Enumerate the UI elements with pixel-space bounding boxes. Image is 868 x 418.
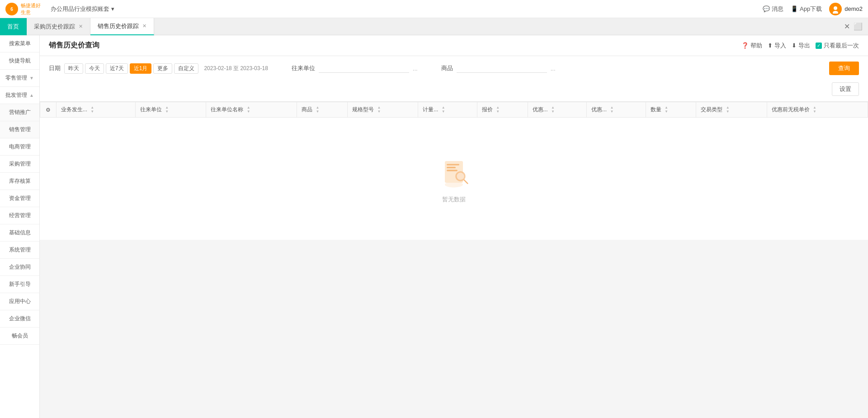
sort-arrows-quote: ▲▼ bbox=[496, 106, 500, 114]
message-icon: 💬 bbox=[763, 5, 770, 12]
sort-arrows-pre-tax: ▲▼ bbox=[813, 106, 816, 114]
only-last-checkbox[interactable]: ✓ 只看最后一次 bbox=[816, 42, 859, 50]
empty-text: 暂无数据 bbox=[442, 195, 466, 204]
sidebar-item-ecommerce[interactable]: 电商管理 bbox=[0, 138, 39, 156]
date-buttons: 昨天 今天 近7天 近1月 更多 自定义 bbox=[64, 63, 198, 74]
quicknav-label: 快捷导航 bbox=[9, 57, 31, 65]
apps-label: 应用中心 bbox=[9, 298, 31, 305]
sidebar-item-basic[interactable]: 基础信息 bbox=[0, 224, 39, 242]
sales-tab-label: 销售历史价跟踪 bbox=[98, 22, 139, 30]
main-layout: 搜索菜单 快捷导航 零售管理 ▼ 批发管理 ▲ 营销推广 销售管理 电商管理 采… bbox=[0, 35, 868, 418]
sort-arrows-discount1: ▲▼ bbox=[551, 106, 555, 114]
message-button[interactable]: 💬 消息 bbox=[763, 5, 783, 13]
sort-arrows-spec: ▲▼ bbox=[377, 106, 381, 114]
purchase-tab-close[interactable]: ✕ bbox=[79, 24, 83, 29]
tab-bar: 首页 采购历史价跟踪 ✕ 销售历史价跟踪 ✕ ✕ ⬜ bbox=[0, 18, 868, 35]
help-button[interactable]: ❓ 帮助 bbox=[741, 42, 762, 50]
table-header-settings[interactable]: ⚙ bbox=[40, 102, 57, 118]
sidebar-item-wechat[interactable]: 企业微信 bbox=[0, 310, 39, 328]
marketing-label: 营销推广 bbox=[9, 109, 31, 116]
dropdown-icon: ▾ bbox=[111, 5, 114, 12]
date-btn-last1m[interactable]: 近1月 bbox=[130, 63, 152, 74]
sort-arrows-partner: ▲▼ bbox=[165, 106, 169, 114]
query-button[interactable]: 查询 bbox=[829, 62, 859, 75]
data-table: ⚙ 业务发生... ▲▼ 往来单位 ▲▼ 往来单位名称 ▲▼ bbox=[40, 102, 868, 118]
table-header-quote[interactable]: 报价 ▲▼ bbox=[477, 102, 528, 118]
table-header-qty[interactable]: 数量 ▲▼ bbox=[646, 102, 696, 118]
maximize-button[interactable]: ⬜ bbox=[854, 22, 863, 31]
partner-filter: 往来单位 ... bbox=[292, 64, 418, 73]
tab-sales[interactable]: 销售历史价跟踪 ✕ bbox=[90, 18, 154, 35]
sidebar-item-operations[interactable]: 经营管理 bbox=[0, 207, 39, 224]
date-btn-today[interactable]: 今天 bbox=[85, 63, 104, 74]
app-download-button[interactable]: 📱 App下载 bbox=[791, 5, 822, 13]
table-header-pre-tax[interactable]: 优惠前无税单价 ▲▼ bbox=[767, 102, 868, 118]
table-header-discount2[interactable]: 优惠... ▲▼ bbox=[587, 102, 646, 118]
tab-home[interactable]: 首页 bbox=[0, 18, 27, 35]
sidebar-item-retail[interactable]: 零售管理 ▼ bbox=[0, 70, 39, 87]
sidebar-item-apps[interactable]: 应用中心 bbox=[0, 293, 39, 310]
avatar bbox=[829, 3, 842, 15]
sidebar-item-marketing[interactable]: 营销推广 bbox=[0, 104, 39, 121]
sidebar-item-member[interactable]: 畅会员 bbox=[0, 328, 39, 345]
goods-input[interactable] bbox=[457, 64, 547, 73]
table-header-trade-type[interactable]: 交易类型 ▲▼ bbox=[696, 102, 767, 118]
inventory-label: 库存核算 bbox=[9, 177, 31, 185]
import-icon: ⬆ bbox=[768, 42, 773, 49]
date-range-text: 2023-02-18 至 2023-03-18 bbox=[204, 65, 268, 72]
table-header-unit[interactable]: 计量... ▲▼ bbox=[418, 102, 477, 118]
sidebar-item-purchase[interactable]: 采购管理 bbox=[0, 156, 39, 173]
member-label: 畅会员 bbox=[12, 332, 28, 340]
app-name: 办公用品行业模拟账套 bbox=[51, 5, 109, 13]
svg-point-2 bbox=[834, 6, 837, 10]
date-btn-more[interactable]: 更多 bbox=[153, 63, 172, 74]
phone-icon: 📱 bbox=[791, 5, 798, 12]
sidebar-item-finance[interactable]: 资金管理 bbox=[0, 190, 39, 207]
sidebar-item-quicknav[interactable]: 快捷导航 bbox=[0, 52, 39, 70]
top-bar-left: 6 畅捷通好生意 办公用品行业模拟账套 ▾ bbox=[5, 2, 118, 15]
goods-dots[interactable]: ... bbox=[551, 65, 556, 72]
sidebar-item-sales-mgmt[interactable]: 销售管理 bbox=[0, 121, 39, 138]
filter-actions: 查询 bbox=[829, 62, 859, 75]
finance-label: 资金管理 bbox=[9, 195, 31, 202]
table-container: ⚙ 业务发生... ▲▼ 往来单位 ▲▼ 往来单位名称 ▲▼ bbox=[40, 102, 868, 240]
page-header: 销售历史价查询 ❓ 帮助 ⬆ 导入 ⬇ 导出 ✓ 只看最后一次 bbox=[40, 35, 868, 56]
sidebar-item-inventory[interactable]: 库存核算 bbox=[0, 173, 39, 190]
import-button[interactable]: ⬆ 导入 bbox=[768, 42, 786, 50]
table-header-discount1[interactable]: 优惠... ▲▼ bbox=[528, 102, 586, 118]
table-settings-icon[interactable]: ⚙ bbox=[46, 107, 51, 113]
partner-input[interactable] bbox=[319, 64, 409, 73]
sidebar-item-wholesale[interactable]: 批发管理 ▲ bbox=[0, 87, 39, 104]
user-area[interactable]: demo2 bbox=[829, 3, 863, 15]
sort-arrows-discount2: ▲▼ bbox=[610, 106, 613, 114]
table-header-goods[interactable]: 商品 ▲▼ bbox=[297, 102, 348, 118]
sidebar-item-system[interactable]: 系统管理 bbox=[0, 242, 39, 259]
logo-area: 6 畅捷通好生意 bbox=[5, 2, 43, 15]
date-btn-yesterday[interactable]: 昨天 bbox=[64, 63, 83, 74]
sales-tab-close[interactable]: ✕ bbox=[142, 23, 146, 29]
partner-dots[interactable]: ... bbox=[413, 65, 418, 72]
table-header-spec[interactable]: 规格型号 ▲▼ bbox=[348, 102, 418, 118]
close-tab-button[interactable]: ✕ bbox=[844, 22, 850, 31]
retail-arrow-icon: ▼ bbox=[29, 76, 34, 81]
date-btn-custom[interactable]: 自定义 bbox=[174, 63, 198, 74]
sidebar: 搜索菜单 快捷导航 零售管理 ▼ 批发管理 ▲ 营销推广 销售管理 电商管理 采… bbox=[0, 35, 40, 418]
svg-rect-8 bbox=[447, 170, 458, 171]
logo-text: 畅捷通好生意 bbox=[21, 2, 43, 15]
sidebar-item-search[interactable]: 搜索菜单 bbox=[0, 35, 39, 52]
sidebar-item-guide[interactable]: 新手引导 bbox=[0, 276, 39, 293]
top-bar: 6 畅捷通好生意 办公用品行业模拟账套 ▾ 💬 消息 📱 App下载 demo2 bbox=[0, 0, 868, 18]
app-selector[interactable]: 办公用品行业模拟账套 ▾ bbox=[47, 5, 118, 13]
export-button[interactable]: ⬇ 导出 bbox=[792, 42, 810, 50]
date-btn-last7[interactable]: 近7天 bbox=[106, 63, 128, 74]
table-header-biz-date[interactable]: 业务发生... ▲▼ bbox=[57, 102, 136, 118]
table-header-partner-name[interactable]: 往来单位名称 ▲▼ bbox=[206, 102, 297, 118]
sidebar-item-enterprise[interactable]: 企业协同 bbox=[0, 259, 39, 276]
table-header-partner-code[interactable]: 往来单位 ▲▼ bbox=[135, 102, 206, 118]
tab-purchase[interactable]: 采购历史价跟踪 ✕ bbox=[27, 18, 90, 35]
help-icon: ❓ bbox=[741, 42, 749, 49]
top-bar-right: 💬 消息 📱 App下载 demo2 bbox=[763, 3, 863, 15]
date-label: 日期 bbox=[49, 64, 61, 72]
svg-point-3 bbox=[833, 11, 838, 14]
settings-button[interactable]: 设置 bbox=[832, 82, 859, 96]
